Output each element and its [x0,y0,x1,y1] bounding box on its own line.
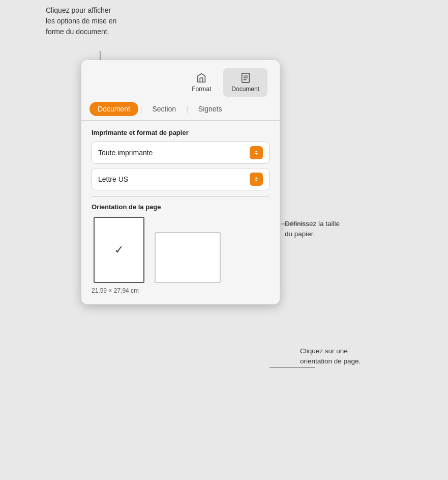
portrait-option[interactable]: ✓ [94,217,144,283]
format-tab-button[interactable]: Format [184,68,219,97]
paper-size-value: Lettre US [98,175,128,183]
tooltip-text: Cliquez pour afficher les options de mis… [46,5,116,37]
printer-section-title: Imprimante et format de papier [92,129,270,136]
landscape-page[interactable] [155,232,221,283]
orientation-title: Orientation de la page [92,203,270,211]
tab-bookmarks[interactable]: Signets [190,102,230,116]
tab-separator-2: | [186,105,188,113]
landscape-option[interactable] [155,232,221,283]
portrait-page[interactable]: ✓ [94,217,144,283]
dimensions-label: 21,59 × 27,94 cm [92,287,270,294]
printer-stepper[interactable] [250,146,263,159]
panel-content: Imprimante et format de papier Toute imp… [81,129,280,294]
portrait-checkmark: ✓ [114,243,124,257]
orientation-options: ✓ [92,217,270,283]
tab-document[interactable]: Document [89,102,138,116]
tab-separator-1: | [140,105,142,113]
paper-size-select-row[interactable]: Lettre US [92,168,270,190]
printer-value: Toute imprimante [98,149,153,157]
toolbar: Format Document [81,60,280,102]
format-panel: Format Document Document | Section | Sig… [81,60,280,304]
section-divider [92,196,270,197]
document-tab-button[interactable]: Document [223,68,267,97]
callout-orientation: Cliquez sur une orientation de page. [300,346,361,367]
paper-size-stepper[interactable] [250,173,263,186]
orientation-section: Orientation de la page ✓ 21,59 × 27,94 c… [92,203,270,294]
tab-bar: Document | Section | Signets [81,102,280,121]
tab-section[interactable]: Section [144,102,184,116]
callout-paper-size: Définissez la taille du papier. [285,219,340,240]
printer-select-row[interactable]: Toute imprimante [92,142,270,164]
